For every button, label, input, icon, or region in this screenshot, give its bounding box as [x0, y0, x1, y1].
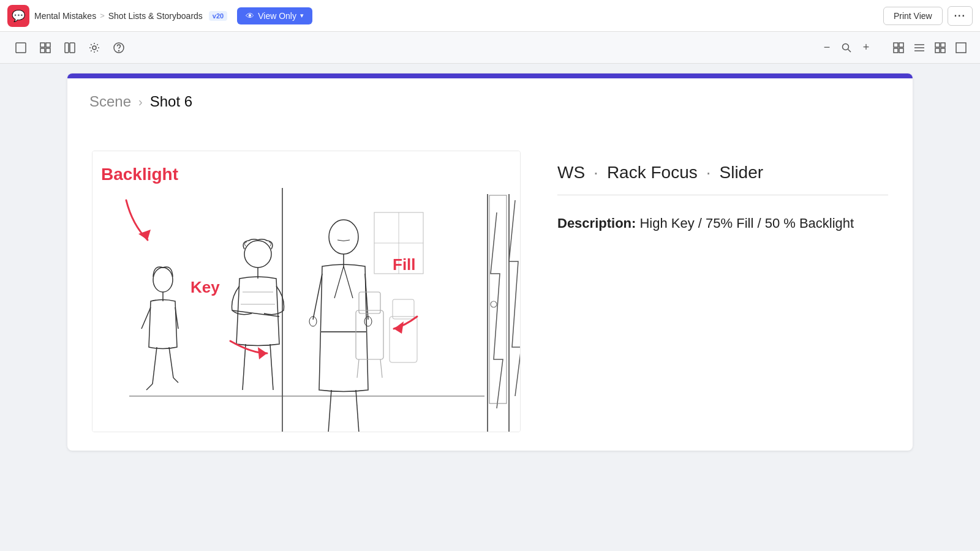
svg-rect-20 — [941, 43, 945, 47]
divider — [557, 195, 888, 195]
key-annotation: Key — [190, 278, 220, 297]
storyboard-panel: Backlight Key Fill — [92, 151, 533, 432]
zoom-search-button[interactable] — [838, 39, 855, 56]
backlight-annotation: Backlight — [101, 165, 178, 184]
svg-rect-5 — [65, 43, 69, 53]
description-label: Description: — [557, 216, 636, 231]
svg-rect-4 — [46, 48, 50, 53]
zoom-in-button[interactable]: + — [858, 39, 875, 56]
svg-rect-14 — [894, 48, 898, 53]
info-panel: WS · Rack Focus · Slider Description: Hi… — [557, 151, 888, 432]
svg-rect-0 — [16, 43, 26, 53]
eye-icon: 👁 — [246, 11, 254, 21]
card-body: Backlight Key Fill — [67, 132, 913, 451]
svg-rect-24 — [92, 151, 521, 432]
grid-tool-button[interactable] — [34, 37, 56, 59]
breadcrumb-separator: > — [100, 11, 105, 20]
toolbar: − + — [0, 32, 980, 64]
chevron-down-icon: ▾ — [300, 12, 304, 20]
svg-rect-1 — [40, 43, 45, 47]
top-navigation-bar: 💬 Mental Mistakes > Shot Lists & Storybo… — [0, 0, 980, 32]
zoom-controls: − + — [818, 39, 970, 57]
svg-rect-13 — [899, 43, 903, 47]
project-name: Mental Mistakes — [34, 11, 96, 21]
more-options-button[interactable]: ··· — [948, 6, 973, 26]
layout-list-button[interactable] — [910, 39, 929, 57]
fill-annotation: Fill — [393, 255, 416, 274]
svg-rect-12 — [894, 43, 898, 47]
print-view-button[interactable]: Print View — [883, 7, 943, 25]
main-content: Scene › Shot 6 Backlight Key Fill — [0, 64, 980, 460]
svg-point-7 — [92, 46, 96, 50]
breadcrumb-arrow-icon: › — [138, 95, 143, 109]
zoom-out-button[interactable]: − — [818, 39, 835, 56]
svg-rect-3 — [40, 48, 45, 53]
separator-dot-2: · — [706, 163, 711, 182]
version-badge: v20 — [209, 11, 227, 21]
breadcrumb: Mental Mistakes > Shot Lists & Storyboar… — [34, 11, 227, 21]
description: Description: High Key / 75% Fill / 50 % … — [557, 212, 888, 234]
card-accent-bar — [67, 73, 913, 78]
slider-tag: Slider — [720, 163, 764, 182]
svg-point-10 — [843, 43, 849, 50]
layout-grid-button[interactable] — [889, 39, 908, 57]
svg-rect-22 — [941, 48, 945, 53]
settings-tool-button[interactable] — [83, 37, 105, 59]
svg-line-11 — [848, 49, 851, 52]
view-only-label: View Only — [258, 11, 296, 21]
shot-card: Scene › Shot 6 Backlight Key Fill — [67, 73, 913, 451]
svg-rect-19 — [935, 43, 940, 47]
svg-rect-15 — [899, 48, 903, 53]
shot-label: Shot 6 — [150, 93, 192, 110]
ws-tag: WS — [557, 163, 585, 182]
shot-tags: WS · Rack Focus · Slider — [557, 163, 888, 182]
panel-tool-button[interactable] — [59, 37, 81, 59]
svg-rect-23 — [956, 43, 966, 53]
help-tool-button[interactable] — [108, 37, 130, 59]
separator-dot-1: · — [594, 163, 598, 182]
description-text: High Key / 75% Fill / 50 % Backlight — [639, 216, 854, 231]
logo-icon: 💬 — [12, 9, 25, 23]
svg-rect-21 — [935, 48, 940, 53]
scene-label: Scene — [89, 93, 131, 110]
storyboard-image: Backlight Key Fill — [92, 151, 521, 432]
layout-full-button[interactable] — [952, 39, 970, 57]
section-name: Shot Lists & Storyboards — [108, 11, 203, 21]
layout-large-grid-button[interactable] — [931, 39, 949, 57]
svg-point-9 — [119, 50, 119, 51]
view-only-button[interactable]: 👁 View Only ▾ — [237, 7, 312, 24]
frame-tool-button[interactable] — [10, 37, 32, 59]
svg-rect-6 — [70, 43, 75, 53]
storyboard-svg — [92, 151, 521, 432]
svg-rect-2 — [46, 43, 50, 47]
card-breadcrumb: Scene › Shot 6 — [89, 93, 891, 110]
app-logo: 💬 — [7, 5, 29, 27]
rack-focus-tag: Rack Focus — [607, 163, 698, 182]
